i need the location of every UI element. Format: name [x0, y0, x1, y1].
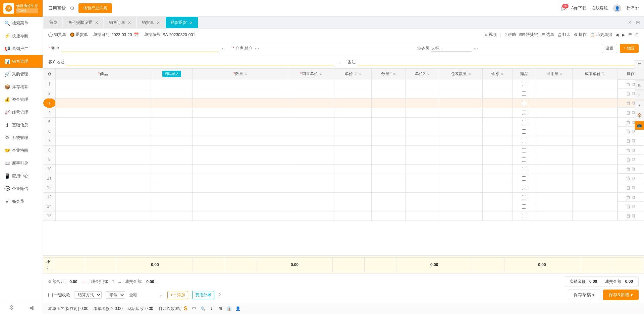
- quantity-input[interactable]: [195, 148, 285, 152]
- sales-unit-cell[interactable]: [288, 164, 334, 174]
- save-draft-btn[interactable]: 保存草稿 ▾: [568, 290, 600, 300]
- pack-qty-cell[interactable]: [439, 127, 483, 136]
- select-link[interactable]: ☰选单: [541, 32, 554, 38]
- delete-icon[interactable]: 🗑: [626, 129, 631, 134]
- gift-checkbox[interactable]: [522, 204, 526, 209]
- sidebar-item-wechat[interactable]: 💬 企业微信: [0, 182, 43, 195]
- unit2-cell[interactable]: [405, 211, 439, 221]
- address-input[interactable]: [66, 59, 333, 65]
- product-cell[interactable]: [56, 136, 151, 145]
- gift-checkbox[interactable]: [522, 101, 526, 105]
- unit-price-cell[interactable]: [334, 117, 372, 127]
- print-link[interactable]: 🖨打印: [557, 32, 571, 38]
- quantity-input[interactable]: [195, 101, 285, 106]
- gift-checkbox[interactable]: [522, 139, 526, 143]
- pack-qty-cell[interactable]: [439, 89, 483, 98]
- toolbar-icon-qr[interactable]: ⊞: [217, 305, 224, 312]
- product-input[interactable]: [58, 185, 148, 190]
- quantity2-cell[interactable]: [372, 117, 405, 127]
- quantity2-cell[interactable]: [372, 211, 405, 221]
- quantity-cell[interactable]: [193, 183, 288, 192]
- unit-price-cell[interactable]: [334, 155, 372, 164]
- gift-cell[interactable]: [513, 127, 536, 136]
- quantity-input[interactable]: [195, 110, 285, 115]
- pack-qty-cell[interactable]: [439, 211, 483, 221]
- quantity-cell[interactable]: [193, 164, 288, 174]
- sidebar-item-quicknav[interactable]: ⚡ 快捷导航: [0, 29, 43, 42]
- amount-cell[interactable]: [483, 192, 513, 202]
- address-picker[interactable]: ···: [335, 59, 339, 65]
- gift-cell[interactable]: [513, 155, 536, 164]
- add-row-btn[interactable]: +: [46, 100, 53, 107]
- sidebar-settings-btn[interactable]: ⚙: [3, 304, 20, 311]
- copy-icon[interactable]: ⧉: [632, 194, 635, 200]
- view-list-btn[interactable]: ☰: [628, 33, 632, 37]
- discount-help-icon[interactable]: ?: [112, 279, 114, 284]
- product-cell[interactable]: [56, 183, 151, 192]
- sales-unit-cell[interactable]: [288, 117, 334, 127]
- product-cell[interactable]: [56, 98, 151, 108]
- gift-checkbox[interactable]: [522, 148, 526, 152]
- unit-price-cell[interactable]: [334, 202, 372, 211]
- unit-price-cell[interactable]: [334, 174, 372, 183]
- unit2-cell[interactable]: [405, 89, 439, 98]
- product-cell[interactable]: [56, 211, 151, 221]
- sales-unit-cell[interactable]: [288, 89, 334, 98]
- delete-icon[interactable]: 🗑: [626, 100, 631, 106]
- unit-price-cell[interactable]: [334, 183, 372, 192]
- quantity-cell[interactable]: [193, 98, 288, 108]
- video-link[interactable]: ▶视频: [485, 32, 497, 38]
- quantity-cell[interactable]: [193, 145, 288, 155]
- unit2-cell[interactable]: [405, 79, 439, 89]
- gift-cell[interactable]: [513, 136, 536, 145]
- copy-icon[interactable]: ⧉: [632, 138, 635, 144]
- logistics-btn[interactable]: + 物流: [620, 44, 639, 53]
- save-new-btn[interactable]: 保存&新增 ▾: [603, 290, 639, 300]
- product-input[interactable]: [58, 195, 148, 199]
- gift-cell[interactable]: [513, 117, 536, 127]
- pack-qty-cell[interactable]: [439, 155, 483, 164]
- salesman-input[interactable]: [431, 45, 472, 52]
- amount-cell[interactable]: [483, 136, 513, 145]
- gift-checkbox[interactable]: [522, 111, 526, 115]
- sales-unit-cell[interactable]: [288, 202, 334, 211]
- gift-checkbox[interactable]: [522, 82, 526, 86]
- copy-icon[interactable]: ⧉: [632, 185, 635, 191]
- tab-sales-return[interactable]: 销货退货 ✕: [166, 17, 198, 28]
- shortcuts-link[interactable]: ⌨快捷键: [519, 32, 538, 38]
- tab-home[interactable]: 首页: [44, 17, 62, 28]
- product-input[interactable]: [58, 213, 148, 218]
- quantity-input[interactable]: [195, 82, 285, 86]
- gift-cell[interactable]: [513, 145, 536, 155]
- amount-cell[interactable]: [483, 155, 513, 164]
- th-barcode[interactable]: 扫码录入: [151, 69, 193, 79]
- delete-icon[interactable]: 🗑: [626, 110, 631, 115]
- toolbar-icon-zh[interactable]: 中: [191, 305, 198, 312]
- gift-cell[interactable]: [513, 192, 536, 202]
- sidebar-item-vip[interactable]: V 畅会员: [0, 195, 43, 208]
- quantity2-cell[interactable]: [372, 127, 405, 136]
- copy-icon[interactable]: ⧉: [632, 166, 635, 172]
- amount-cell[interactable]: [483, 89, 513, 98]
- delete-icon[interactable]: 🗑: [626, 157, 631, 162]
- delete-icon[interactable]: 🗑: [626, 185, 631, 190]
- history-link[interactable]: 📋历史单据: [590, 32, 612, 38]
- tab-close-icon[interactable]: ✕: [157, 20, 160, 25]
- product-cell[interactable]: [56, 155, 151, 164]
- date-value[interactable]: 2023-03-20: [111, 33, 132, 37]
- radio-sales-return[interactable]: 退货单: [70, 32, 88, 38]
- product-cell[interactable]: [56, 127, 151, 136]
- sales-unit-cell[interactable]: [288, 174, 334, 183]
- sales-unit-cell[interactable]: [288, 183, 334, 192]
- quantity2-cell[interactable]: [372, 174, 405, 183]
- tab-sales-delivery[interactable]: 销货单 ✕: [137, 17, 165, 28]
- delete-icon[interactable]: 🗑: [626, 204, 631, 209]
- unit-price-cell[interactable]: [334, 211, 372, 221]
- unit2-cell[interactable]: [405, 202, 439, 211]
- gift-cell[interactable]: [513, 174, 536, 183]
- quantity-cell[interactable]: [193, 89, 288, 98]
- delete-icon[interactable]: 🗑: [626, 166, 631, 172]
- unit2-cell[interactable]: [405, 136, 439, 145]
- toolbar-icon-mic[interactable]: 🎙: [208, 305, 215, 312]
- quantity-input[interactable]: [195, 213, 285, 218]
